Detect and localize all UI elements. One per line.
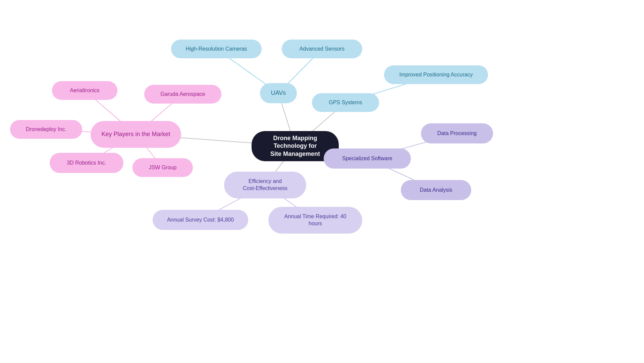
data-processing-label: Data Processing [437, 130, 477, 137]
data-analysis-label: Data Analysis [420, 187, 452, 194]
uavs-label: UAVs [271, 89, 286, 97]
efficiency-node[interactable]: Efficiency and Cost-Effectiveness [224, 172, 306, 198]
specialized-node[interactable]: Specialized Software [324, 148, 411, 169]
jsw-node[interactable]: JSW Group [132, 158, 193, 177]
robotics-node[interactable]: 3D Robotics Inc. [50, 153, 123, 173]
aerialtronics-node[interactable]: Aerialtronics [52, 81, 117, 100]
survey-cost-node[interactable]: Annual Survey Cost: $4,800 [153, 210, 248, 230]
high-res-label: High-Resolution Cameras [185, 46, 247, 53]
robotics-label: 3D Robotics Inc. [67, 160, 106, 167]
key-players-label: Key Players in the Market [101, 130, 170, 138]
gps-label: GPS Systems [329, 99, 362, 106]
survey-cost-label: Annual Survey Cost: $4,800 [167, 217, 234, 224]
dronedeploy-node[interactable]: Dronedeploy Inc. [10, 120, 82, 139]
aerialtronics-label: Aerialtronics [70, 87, 99, 94]
efficiency-label: Efficiency and Cost-Effectiveness [243, 178, 287, 192]
garuda-node[interactable]: Garuda Aerospace [144, 85, 221, 104]
high-res-node[interactable]: High-Resolution Cameras [171, 40, 262, 58]
uavs-node[interactable]: UAVs [260, 83, 297, 103]
gps-node[interactable]: GPS Systems [312, 93, 379, 112]
dronedeploy-label: Dronedeploy Inc. [26, 126, 66, 133]
data-analysis-node[interactable]: Data Analysis [401, 180, 471, 200]
center-node-label: Drone Mapping Technology for Site Manage… [259, 134, 331, 158]
garuda-label: Garuda Aerospace [160, 91, 205, 98]
time-req-label: Annual Time Required: 40 hours [284, 213, 346, 227]
adv-sensors-node[interactable]: Advanced Sensors [282, 40, 362, 58]
key-players-node[interactable]: Key Players in the Market [91, 121, 181, 148]
jsw-label: JSW Group [149, 164, 177, 171]
data-processing-node[interactable]: Data Processing [421, 123, 493, 143]
adv-sensors-label: Advanced Sensors [300, 46, 344, 53]
improved-pos-label: Improved Positioning Accuracy [399, 71, 473, 78]
specialized-label: Specialized Software [342, 155, 392, 162]
improved-pos-node[interactable]: Improved Positioning Accuracy [384, 65, 488, 84]
time-req-node[interactable]: Annual Time Required: 40 hours [268, 207, 362, 234]
